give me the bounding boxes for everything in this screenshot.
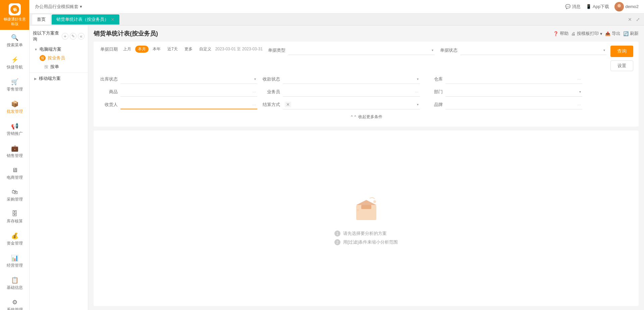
date-label: 单据日期 — [99, 46, 118, 52]
refresh-icon: 🔄 — [623, 31, 629, 36]
order-status-arrow: ▾ — [603, 48, 605, 52]
sidebar-item-finance[interactable]: 💰 资金管理 — [0, 228, 29, 250]
receipt-field[interactable]: ▾ — [283, 74, 420, 84]
settings-button[interactable]: 设置 — [610, 60, 633, 71]
tree-node-order[interactable]: 按 按单 — [30, 62, 88, 71]
sidebar-item-operations-label: 经营管理 — [7, 263, 23, 268]
outbound-field[interactable]: ▾ — [120, 74, 257, 84]
tab-close-icon[interactable]: ✕ — [111, 17, 115, 22]
sidebar-item-inventory-label: 库存核算 — [7, 218, 23, 224]
logo-icon: 畅 — [9, 3, 21, 15]
print-label: 按模板打印 — [577, 31, 599, 37]
sidebar-item-system[interactable]: ⚙ 系统管理 — [0, 295, 29, 310]
avatar — [614, 2, 624, 11]
tree-node-mobile[interactable]: ▶ 移动端方案 — [30, 74, 88, 83]
app-download-btn[interactable]: 📱 App下载 — [586, 4, 609, 10]
date-btn-this-year[interactable]: 本年 — [150, 46, 163, 53]
scheme-tree: ▼ 电脑端方案 按 按业务员 按 按单 ▶ 移动端方案 — [30, 45, 88, 83]
receiver-field[interactable]: ··· — [120, 100, 257, 109]
export-label: 导出 — [612, 31, 621, 37]
tab-home-label: 首页 — [37, 16, 46, 22]
maximize-window-icon[interactable]: ⤢ — [635, 15, 641, 23]
print-btn[interactable]: 🖨 按模板打印 ▾ — [571, 31, 602, 37]
export-btn[interactable]: 📤 导出 — [605, 31, 621, 37]
collapse-panel-btn[interactable]: « — [78, 33, 85, 40]
right-panel: 销货单统计表(按业务员) ❓ 帮助 🖨 按模板打印 ▾ 📤 导出 — [88, 25, 644, 310]
wholesale-icon: 📦 — [11, 100, 18, 108]
company-name: 办公用品行业模拟账套 — [35, 4, 78, 10]
help-btn[interactable]: ❓ 帮助 — [553, 31, 569, 37]
logo-text: 畅捷通好生意 标版 — [2, 17, 28, 27]
settlement-tag: ✕ — [285, 102, 291, 107]
date-btn-7days[interactable]: 近7天 — [165, 46, 180, 53]
order-type-field[interactable]: ▾ — [288, 46, 434, 55]
user-menu[interactable]: demo2 — [614, 2, 639, 11]
expand-icon: ▼ — [34, 48, 38, 51]
sidebar-item-sales[interactable]: 💼 销售管理 — [0, 141, 29, 163]
sidebar-item-marketing-label: 营销推广 — [7, 131, 23, 137]
basic-icon: 📋 — [11, 276, 18, 284]
collapse-conditions-label: 收起更多条件 — [358, 114, 382, 120]
date-btn-custom[interactable]: 自定义 — [197, 46, 214, 53]
mobile-expand-icon: ▶ — [34, 77, 37, 81]
outbound-arrow: ▾ — [254, 77, 256, 81]
department-field[interactable]: ▾ — [445, 87, 582, 97]
tree-node-desktop[interactable]: ▼ 电脑端方案 — [30, 45, 88, 54]
message-label: 消息 — [572, 4, 581, 10]
brand-field[interactable]: ··· — [445, 100, 582, 109]
tree-node-salesman[interactable]: 按 按业务员 — [30, 54, 88, 62]
order-scheme-icon: 按 — [44, 64, 48, 70]
sidebar-item-wholesale[interactable]: 📦 批发管理 — [0, 96, 29, 118]
add-scheme-btn[interactable]: + — [62, 33, 68, 40]
sidebar-item-retail-label: 零售管理 — [7, 87, 23, 92]
date-range: 2023-03-01 至 2023-03-31 — [215, 46, 263, 52]
sidebar-item-system-label: 系统管理 — [7, 307, 23, 310]
sidebar-item-quick-nav[interactable]: ⚡ 快捷导航 — [0, 52, 29, 74]
sidebar-item-retail[interactable]: 🛒 零售管理 — [0, 74, 29, 96]
sidebar-item-basic[interactable]: 📋 基础信息 — [0, 272, 29, 295]
marketing-icon: 📢 — [11, 122, 18, 130]
collapse-up-icon: ⌃⌃ — [350, 115, 357, 119]
sidebar-item-search-label: 搜索菜单 — [7, 42, 23, 48]
close-window-icon[interactable]: ✕ — [627, 15, 633, 23]
edit-scheme-btn[interactable]: ✎ — [70, 33, 76, 40]
export-icon: 📤 — [605, 31, 610, 36]
date-filter: 上月 本月 本年 近7天 更多 自定义 2023-03-01 至 2023-03… — [120, 46, 263, 53]
message-btn[interactable]: 💬 消息 — [565, 4, 581, 10]
salesman-label: 业务员 — [261, 89, 280, 95]
order-type-arrow: ▾ — [432, 48, 433, 52]
date-btn-this-month[interactable]: 本月 — [135, 46, 149, 53]
department-label: 部门 — [424, 89, 443, 95]
settlement-field[interactable]: ✕ ▾ — [283, 100, 420, 109]
tip-1-num: 1 — [334, 230, 340, 237]
top-bar-left: 办公用品行业模拟账套 ▾ — [35, 4, 82, 10]
date-btn-more[interactable]: 更多 — [182, 46, 195, 53]
sidebar-item-inventory[interactable]: 🗄 库存核算 — [0, 206, 29, 228]
sidebar-item-sales-label: 销售管理 — [7, 153, 23, 159]
collapse-conditions-btn[interactable]: ⌃⌃ 收起更多条件 — [99, 111, 633, 122]
company-selector[interactable]: 办公用品行业模拟账套 ▾ — [35, 4, 82, 10]
tab-home[interactable]: 首页 — [32, 14, 50, 24]
salesman-field[interactable]: ··· — [283, 87, 420, 97]
refresh-btn[interactable]: 🔄 刷新 — [623, 31, 639, 37]
salesman-scheme-icon: 按 — [40, 55, 46, 61]
date-btn-last-month[interactable]: 上月 — [120, 46, 134, 53]
product-field[interactable]: ··· — [120, 87, 257, 97]
empty-tip-2: 2 用[过滤]条件来缩小分析范围 — [334, 239, 398, 245]
receipt-label: 收款状态 — [261, 76, 280, 82]
sidebar-item-marketing[interactable]: 📢 营销推广 — [0, 118, 29, 141]
logo-area[interactable]: 畅 畅捷通好生意 标版 — [0, 0, 29, 30]
tip-2-num: 2 — [334, 239, 340, 245]
sidebar-item-search[interactable]: 🔍 搜索菜单 — [0, 30, 29, 52]
print-dropdown-arrow[interactable]: ▾ — [600, 31, 602, 36]
sidebar-item-operations[interactable]: 📊 经营管理 — [0, 250, 29, 272]
sidebar-item-purchase[interactable]: 🛍 采购管理 — [0, 185, 29, 206]
warehouse-field[interactable]: ··· — [445, 74, 582, 84]
brand-dots: ··· — [577, 102, 581, 107]
settlement-tag-close[interactable]: ✕ — [286, 102, 290, 107]
order-status-field[interactable]: ▾ — [460, 46, 606, 55]
query-button[interactable]: 查询 — [610, 46, 633, 57]
left-panel-header: 按以下方案查询 + ✎ « — [30, 29, 88, 45]
sidebar-item-ecommerce[interactable]: 🖥 电商管理 — [0, 163, 29, 185]
tab-sales-stat[interactable]: 销货单统计表（按业务员） ✕ — [52, 14, 119, 24]
